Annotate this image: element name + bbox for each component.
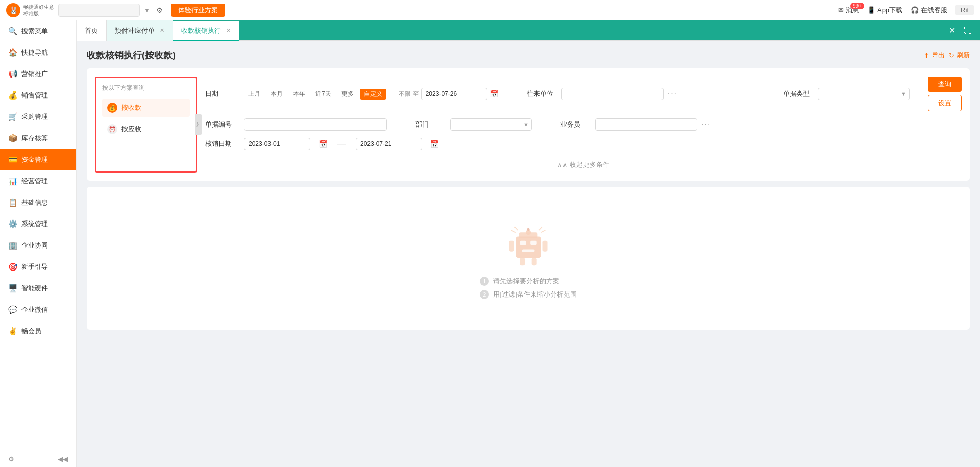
funds-icon: 💳 — [8, 155, 17, 164]
sales-icon: 💰 — [8, 91, 17, 100]
counterpart-input[interactable] — [561, 88, 664, 100]
enterprise-icon: 🏢 — [8, 241, 17, 250]
svg-line-12 — [541, 230, 545, 232]
collapse-icon: ◀◀ — [58, 455, 68, 463]
tip-num-2: 2 — [480, 290, 489, 299]
tab-close-receivable[interactable]: ✕ — [226, 27, 231, 34]
date-more-button[interactable]: 更多 — [337, 88, 358, 100]
date-last-month-button[interactable]: 上月 — [244, 88, 264, 100]
phone-icon: 📱 — [867, 6, 875, 14]
verify-date-label: 核销日期 — [205, 139, 236, 149]
chevron-down-icon[interactable]: ▼ — [144, 7, 150, 14]
inventory-icon: 📦 — [8, 134, 17, 143]
filter-collapse-button[interactable]: 》 — [195, 114, 202, 135]
sidebar-item-member[interactable]: ✌️ 畅会员 — [0, 321, 76, 342]
tab-receivable[interactable]: 收款核销执行 ✕ — [173, 20, 239, 41]
sidebar-item-smart-hw[interactable]: 🖥️ 智能硬件 — [0, 278, 76, 299]
svg-rect-4 — [509, 241, 514, 252]
date-7days-button[interactable]: 近7天 — [311, 88, 335, 100]
sidebar-item-search-menu[interactable]: 🔍 搜索菜单 — [0, 20, 76, 42]
empty-tip-2: 2 用[过滤]条件来缩小分析范围 — [480, 290, 576, 299]
svg-line-13 — [514, 227, 518, 230]
gear-icon[interactable]: ⚙ — [156, 6, 163, 14]
staff-input[interactable] — [595, 118, 697, 131]
page-header: 收款核销执行(按收款) ⬆ 导出 ↻ 刷新 — [87, 49, 970, 61]
tab-close-all-button[interactable]: ✕ — [947, 23, 958, 37]
sidebar-item-operations[interactable]: 📊 经营管理 — [0, 170, 76, 192]
sidebar-item-sys-mgmt[interactable]: ⚙️ 系统管理 — [0, 213, 76, 235]
headset-icon: 🎧 — [911, 6, 919, 14]
sidebar-item-quick-nav[interactable]: 🏠 快捷导航 — [0, 42, 76, 63]
chevron-up-icon: ∧∧ — [557, 161, 568, 169]
verify-date-sep: — — [337, 139, 346, 149]
calendar-icon-date-end[interactable]: 📅 — [489, 90, 498, 98]
sidebar-item-purchase[interactable]: 🛒 采购管理 — [0, 106, 76, 128]
sidebar-item-enterprise[interactable]: 🏢 企业协同 — [0, 235, 76, 256]
counterpart-more-icon[interactable]: ··· — [668, 89, 677, 99]
content-area: 首页 预付冲应付单 ✕ 收款核销执行 ✕ ✕ ⛶ 收款核销执行(按收款) — [77, 20, 980, 467]
filter-right-panel: 日期 上月 本月 本年 近7天 更多 自定义 不限 至 — [205, 77, 962, 173]
staff-more-icon[interactable]: ··· — [701, 120, 711, 129]
app-download-button[interactable]: 📱 App下载 — [867, 6, 902, 15]
tab-home[interactable]: 首页 — [77, 20, 107, 41]
sidebar-item-marketing[interactable]: 📢 营销推广 — [0, 63, 76, 85]
verify-date-start-input[interactable] — [244, 138, 310, 150]
settings-icon: ⚙ — [8, 455, 14, 463]
receipt-icon: 💰 — [107, 103, 117, 113]
refresh-button[interactable]: ↻ 刷新 — [949, 51, 970, 60]
filter-row-1: 日期 上月 本月 本年 近7天 更多 自定义 不限 至 — [205, 77, 962, 111]
sidebar-collapse-button[interactable]: ◀◀ — [58, 455, 68, 463]
top-bar-left: 🐰 畅捷通好生意标准版 ▼ ⚙ 体验行业方案 — [6, 3, 838, 17]
verify-date-end-input[interactable] — [356, 138, 422, 150]
date-this-month-button[interactable]: 本月 — [266, 88, 287, 100]
query-button[interactable]: 查询 — [928, 77, 962, 92]
online-service-button[interactable]: 🎧 在线客服 — [911, 6, 947, 15]
empty-state: 1 请先选择要分析的方案 2 用[过滤]条件来缩小分析范围 — [87, 187, 970, 330]
refresh-icon: ↻ — [949, 52, 954, 59]
export-button[interactable]: ⬆ 导出 — [924, 51, 945, 60]
tab-expand-button[interactable]: ⛶ — [962, 24, 974, 37]
date-quick-buttons: 上月 本月 本年 近7天 更多 自定义 — [244, 88, 386, 100]
tab-bar-actions: ✕ ⛶ — [947, 23, 980, 37]
empty-robot-icon — [503, 217, 554, 268]
sidebar-item-guide[interactable]: 🎯 新手引导 — [0, 256, 76, 278]
sys-icon: ⚙️ — [8, 219, 17, 229]
date-end-input[interactable] — [421, 88, 487, 100]
dept-select[interactable] — [450, 118, 532, 131]
sidebar-item-inventory[interactable]: 📦 库存核算 — [0, 128, 76, 149]
calendar-icon-verify-end[interactable]: 📅 — [430, 140, 439, 148]
svg-point-10 — [527, 228, 530, 231]
search-input[interactable] — [58, 4, 140, 17]
industry-button[interactable]: 体验行业方案 — [171, 4, 225, 17]
sidebar-settings-button[interactable]: ⚙ — [8, 455, 14, 463]
sidebar-item-funds[interactable]: 💳 资金管理 — [0, 149, 76, 170]
wechat-icon: 💬 — [8, 305, 17, 314]
svg-rect-1 — [520, 241, 526, 245]
setting-button[interactable]: 设置 — [928, 95, 962, 111]
date-this-year-button[interactable]: 本年 — [289, 88, 309, 100]
counterpart-label: 往来单位 — [527, 89, 557, 99]
logo: 🐰 畅捷通好生意标准版 — [6, 3, 54, 17]
svg-line-14 — [511, 230, 516, 232]
doc-type-select[interactable] — [818, 88, 910, 100]
filter-option-by-receipt[interactable]: 💰 按收款 — [102, 99, 190, 117]
svg-rect-6 — [520, 258, 525, 265]
doc-type-label: 单据类型 — [783, 89, 814, 99]
sidebar-item-basic-info[interactable]: 📋 基础信息 — [0, 192, 76, 213]
tab-prepay[interactable]: 预付冲应付单 ✕ — [107, 20, 173, 41]
sidebar-item-sales[interactable]: 💰 销售管理 — [0, 85, 76, 106]
user-info[interactable]: Rit — [955, 5, 974, 15]
doc-num-input[interactable] — [244, 118, 387, 131]
svg-line-11 — [539, 227, 542, 230]
custom-date-badge: 自定义 — [360, 89, 386, 100]
purchase-icon: 🛒 — [8, 112, 17, 121]
tab-close-prepay[interactable]: ✕ — [160, 27, 164, 34]
tip-num-1: 1 — [480, 277, 489, 286]
calendar-icon-verify-start[interactable]: 📅 — [318, 140, 327, 148]
message-badge: 99+ — [850, 3, 864, 9]
message-button[interactable]: ✉ 消息 99+ — [838, 6, 859, 15]
filter-option-by-receivable[interactable]: ⏰ 按应收 — [102, 120, 190, 138]
collapse-more-button[interactable]: ∧∧ 收起更多条件 — [549, 157, 618, 173]
tab-bar: 首页 预付冲应付单 ✕ 收款核销执行 ✕ ✕ ⛶ — [77, 20, 980, 41]
sidebar-item-wechat[interactable]: 💬 企业微信 — [0, 299, 76, 321]
